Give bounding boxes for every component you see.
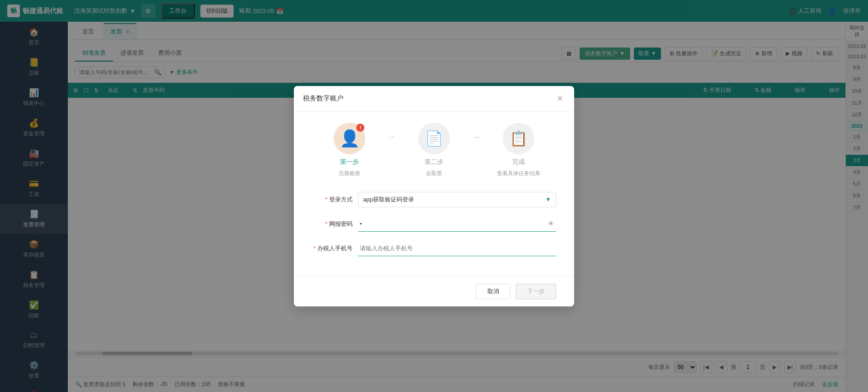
step2-label: 第二步: [425, 158, 443, 166]
step2-desc: 去取票: [426, 170, 442, 177]
modal-close-button[interactable]: ✕: [554, 93, 565, 104]
next-button[interactable]: 下一步: [516, 284, 556, 299]
step1-badge: !: [356, 124, 364, 132]
step1-icon: 👤: [340, 129, 360, 148]
step3-icon: 📋: [509, 130, 528, 147]
modal-body: 👤 ! 第一步 完善账密 → 📄 第二步 去取票 →: [294, 112, 574, 276]
phone-label: * 办税人手机号: [312, 244, 353, 253]
close-icon: ✕: [557, 94, 563, 103]
required-star2: *: [325, 220, 327, 227]
phone-row: * 办税人手机号: [312, 241, 556, 256]
step-1: 👤 ! 第一步 完善账密: [312, 123, 387, 177]
cancel-button[interactable]: 取消: [476, 284, 510, 299]
login-method-select[interactable]: app获取验证码登录 ▼: [358, 192, 556, 207]
select-dropdown-icon: ▼: [545, 196, 551, 203]
step1-desc: 完善账密: [339, 170, 360, 177]
step2-icon-wrap: 📄: [418, 123, 450, 154]
modal-overlay: 税务数字账户 ✕ 👤 ! 第一步 完善账密 →: [0, 0, 868, 392]
required-star3: *: [313, 245, 316, 252]
step-3: 📋 完成 查看具体任务结果: [481, 123, 556, 177]
step3-desc: 查看具体任务结果: [497, 170, 540, 177]
password-label: * 网报密码: [312, 220, 353, 228]
phone-input-wrap: [358, 241, 556, 256]
phone-input[interactable]: [360, 245, 554, 252]
step3-icon-wrap: 📋: [503, 123, 534, 154]
modal-footer: 取消 下一步: [294, 276, 574, 306]
step1-icon-wrap: 👤 !: [334, 123, 365, 154]
login-method-label: * 登录方式: [312, 196, 353, 204]
modal-title: 税务数字账户: [303, 94, 344, 103]
step1-label: 第一步: [340, 158, 359, 166]
password-input[interactable]: [360, 220, 548, 227]
step3-label: 完成: [512, 158, 525, 166]
password-row: * 网报密码 👁: [312, 216, 556, 232]
login-method-value: app获取验证码登录: [363, 196, 414, 204]
password-input-wrap: 👁: [358, 216, 556, 232]
steps-row: 👤 ! 第一步 完善账密 → 📄 第二步 去取票 →: [312, 123, 556, 177]
step-arrow-1: →: [387, 123, 396, 142]
login-method-row: * 登录方式 app获取验证码登录 ▼: [312, 192, 556, 207]
tax-digital-modal: 税务数字账户 ✕ 👤 ! 第一步 完善账密 →: [294, 86, 574, 306]
modal-header: 税务数字账户 ✕: [294, 86, 574, 112]
password-toggle-icon[interactable]: 👁: [548, 220, 554, 227]
step-arrow-2: →: [472, 123, 481, 142]
step2-icon: 📄: [425, 130, 443, 147]
required-star: *: [325, 196, 327, 203]
step-2: 📄 第二步 去取票: [396, 123, 472, 177]
